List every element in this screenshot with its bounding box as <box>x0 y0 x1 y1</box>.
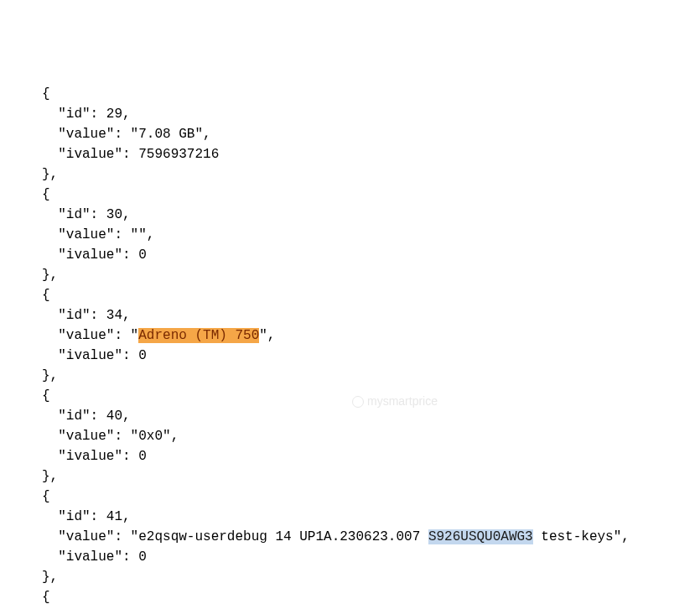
brace-open: { <box>42 288 50 303</box>
highlighted-text: S926USQU0AWG3 <box>428 529 533 544</box>
brace-open: { <box>42 86 50 102</box>
brace-open: { <box>42 388 50 404</box>
json-value-line: "value": "e2qsqw-userdebug 14 UP1A.23062… <box>42 529 630 544</box>
json-ivalue-line: "ivalue": 0 <box>42 449 147 464</box>
brace-open: { <box>42 590 50 604</box>
brace-close: }, <box>42 268 58 283</box>
json-id-line: "id": 29, <box>42 107 131 122</box>
json-value-line: "value": "0x0", <box>42 429 179 444</box>
brace-close: }, <box>42 570 58 585</box>
brace-close: }, <box>42 368 58 383</box>
json-id-line: "id": 41, <box>42 509 131 524</box>
json-code-block: { "id": 29, "value": "7.08 GB", "ivalue"… <box>42 84 700 604</box>
brace-open: { <box>42 489 50 504</box>
brace-close: }, <box>42 469 58 484</box>
json-ivalue-line: "ivalue": 0 <box>42 549 147 565</box>
json-value-line: "value": "", <box>42 227 154 242</box>
brace-open: { <box>42 187 50 202</box>
json-ivalue-line: "ivalue": 0 <box>42 247 147 263</box>
json-value-line: "value": "Adreno (TM) 750", <box>42 328 275 343</box>
json-ivalue-line: "ivalue": 0 <box>42 348 147 363</box>
json-ivalue-line: "ivalue": 7596937216 <box>42 147 219 162</box>
json-id-line: "id": 30, <box>42 207 131 222</box>
json-id-line: "id": 40, <box>42 409 131 424</box>
json-value-line: "value": "7.08 GB", <box>42 127 211 142</box>
brace-close: }, <box>42 167 58 182</box>
highlighted-text: Adreno (TM) 750 <box>138 328 259 343</box>
json-id-line: "id": 34, <box>42 308 131 323</box>
